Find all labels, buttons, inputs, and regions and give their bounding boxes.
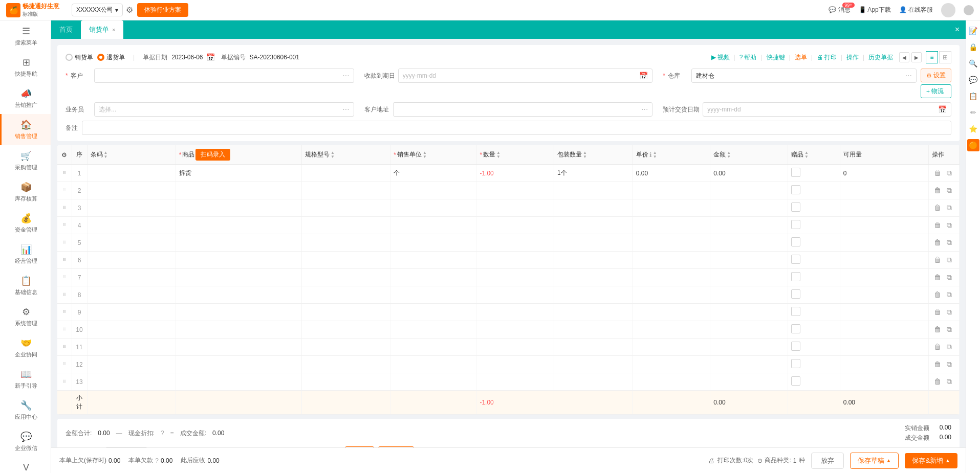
copy-row-icon[interactable]: ⧉: [945, 272, 954, 282]
row-goods[interactable]: [176, 356, 301, 373]
form-settings-button[interactable]: ⚙ 设置: [921, 69, 951, 82]
delete-row-icon[interactable]: 🗑: [932, 220, 943, 230]
save-draft-button[interactable]: 保存草稿 ▲: [850, 453, 899, 469]
list-view-btn[interactable]: ≡: [926, 51, 938, 63]
row-spec[interactable]: [302, 339, 390, 356]
row-amount[interactable]: [710, 339, 788, 356]
gift-checkbox[interactable]: [791, 342, 800, 351]
row-qty[interactable]: [476, 199, 554, 217]
row-unit-price[interactable]: [633, 373, 710, 391]
amount-info-icon[interactable]: —: [116, 430, 122, 437]
row-amount[interactable]: [710, 217, 788, 234]
row-qty[interactable]: [476, 321, 554, 339]
row-pkg-qty[interactable]: [554, 286, 633, 304]
copy-row-icon[interactable]: ⧉: [945, 376, 954, 387]
row-unit-price[interactable]: [633, 286, 710, 304]
row-spec[interactable]: [302, 321, 390, 339]
sidebar-item-system[interactable]: ⚙ 系统管理: [0, 301, 51, 332]
price-sort[interactable]: ▲▼: [653, 151, 657, 159]
row-unit[interactable]: [390, 321, 476, 339]
row-goods[interactable]: [176, 252, 301, 269]
row-barcode[interactable]: [87, 182, 176, 199]
radio-sales[interactable]: 销货单: [66, 53, 93, 62]
th-amount[interactable]: 金额 ▲▼: [710, 145, 788, 165]
receive-date-calendar-icon[interactable]: 📅: [639, 72, 648, 80]
row-goods[interactable]: [176, 339, 301, 356]
gift-checkbox[interactable]: [791, 237, 800, 246]
sidebar-item-finance[interactable]: 💰 资金管理: [0, 208, 51, 239]
sidebar-item-purchase[interactable]: 🛒 采购管理: [0, 145, 51, 176]
row-qty[interactable]: [476, 234, 554, 252]
row-spec[interactable]: [302, 252, 390, 269]
copy-row-icon[interactable]: ⧉: [945, 324, 954, 334]
row-goods[interactable]: [176, 182, 301, 199]
row-unit-price[interactable]: [633, 321, 710, 339]
sidebar-item-apps[interactable]: 🔧 应用中心: [0, 395, 51, 426]
copy-row-icon[interactable]: ⧉: [945, 168, 954, 178]
receive-date-input[interactable]: yyyy-mm-dd 📅: [398, 69, 653, 83]
row-qty[interactable]: [476, 373, 554, 391]
delete-row-icon[interactable]: 🗑: [932, 202, 943, 213]
row-gift[interactable]: [788, 234, 840, 252]
row-drag-icon[interactable]: ⠿: [60, 345, 69, 349]
row-gift[interactable]: [788, 339, 840, 356]
row-barcode[interactable]: [87, 269, 176, 286]
row-amount[interactable]: [710, 356, 788, 373]
right-icon-chat[interactable]: 💬: [967, 74, 979, 86]
delete-row-icon[interactable]: 🗑: [932, 237, 943, 247]
right-icon-orange[interactable]: 🟠: [967, 139, 979, 151]
row-qty[interactable]: [476, 304, 554, 321]
row-goods[interactable]: [176, 199, 301, 217]
tab-close-icon[interactable]: ×: [112, 27, 115, 33]
row-barcode[interactable]: [87, 252, 176, 269]
copy-row-icon[interactable]: ⧉: [945, 307, 954, 317]
row-drag-icon[interactable]: ⠿: [60, 189, 69, 193]
copy-row-icon[interactable]: ⧉: [945, 289, 954, 300]
spec-sort[interactable]: ▲▼: [331, 151, 335, 159]
row-gift[interactable]: [788, 286, 840, 304]
row-goods[interactable]: [176, 217, 301, 234]
save-new-button[interactable]: 保存&新增 ▲: [905, 453, 957, 468]
sidebar-item-basic-info[interactable]: 📋 基础信息: [0, 270, 51, 301]
row-gift[interactable]: [788, 165, 840, 182]
company-selector[interactable]: XXXXXX公司 ▾: [72, 4, 123, 16]
delete-row-icon[interactable]: 🗑: [932, 272, 943, 282]
row-qty[interactable]: [476, 339, 554, 356]
row-drag-icon[interactable]: ⠿: [60, 171, 69, 175]
row-spec[interactable]: [302, 182, 390, 199]
row-pkg-qty[interactable]: 1个: [554, 165, 633, 182]
row-unit[interactable]: [390, 182, 476, 199]
delete-row-icon[interactable]: 🗑: [932, 307, 943, 317]
right-icon-pen[interactable]: ✏: [967, 106, 979, 119]
avatar[interactable]: [941, 3, 955, 17]
row-pkg-qty[interactable]: [554, 234, 633, 252]
row-spec[interactable]: [302, 234, 390, 252]
th-spec[interactable]: 规格型号 ▲▼: [302, 145, 390, 165]
gift-checkbox[interactable]: [791, 307, 800, 316]
gift-checkbox[interactable]: [791, 359, 800, 368]
cash-discount-info-icon[interactable]: ?: [161, 430, 164, 437]
row-spec[interactable]: [302, 217, 390, 234]
row-barcode[interactable]: [87, 199, 176, 217]
copy-row-icon[interactable]: ⧉: [945, 202, 954, 213]
row-pkg-qty[interactable]: [554, 321, 633, 339]
right-icon-search[interactable]: 🔍: [967, 57, 979, 70]
row-drag-icon[interactable]: ⠿: [60, 206, 69, 210]
prev-record-btn[interactable]: ◀: [899, 52, 909, 62]
row-gift[interactable]: [788, 182, 840, 199]
date-calendar-icon[interactable]: 📅: [206, 53, 215, 61]
grid-view-btn[interactable]: ⊞: [939, 51, 951, 63]
right-icon-edit[interactable]: 📝: [967, 25, 979, 37]
discard-button[interactable]: 放弃: [811, 453, 844, 469]
row-unit[interactable]: [390, 199, 476, 217]
row-unit-price[interactable]: [633, 182, 710, 199]
delete-row-icon[interactable]: 🗑: [932, 376, 943, 387]
sidebar-item-inventory[interactable]: 📦 库存核算: [0, 176, 51, 208]
row-drag-icon[interactable]: ⠿: [60, 258, 69, 262]
expected-date-calendar-icon[interactable]: 📅: [938, 105, 947, 114]
row-gift[interactable]: [788, 217, 840, 234]
row-drag-icon[interactable]: ⠿: [60, 310, 69, 314]
copy-row-icon[interactable]: ⧉: [945, 342, 954, 352]
row-goods[interactable]: [176, 321, 301, 339]
delete-row-icon[interactable]: 🗑: [932, 359, 943, 369]
